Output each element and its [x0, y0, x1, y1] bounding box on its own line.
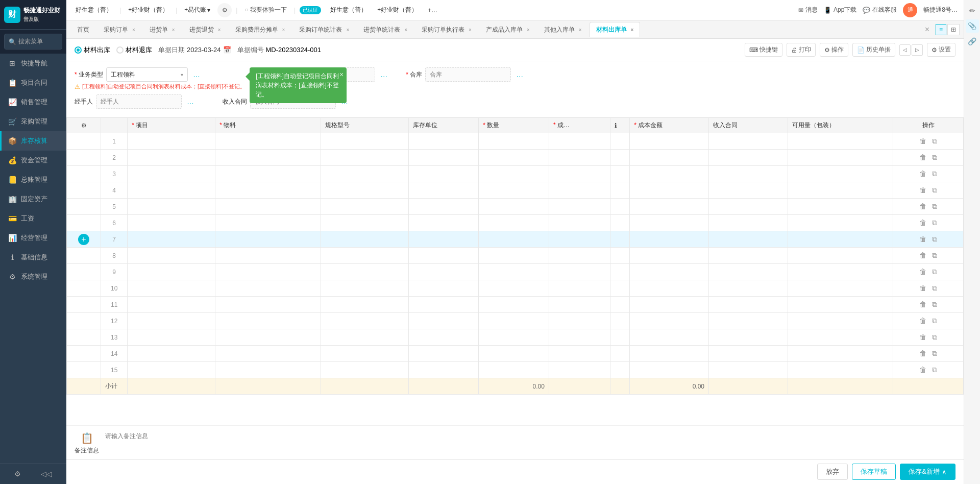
delete-row-button[interactable]: 🗑	[917, 332, 928, 342]
copy-row-button[interactable]: ⧉	[930, 168, 939, 179]
grid-view-button[interactable]: ⊞	[947, 24, 960, 35]
print-button[interactable]: 🖨 打印	[787, 43, 816, 57]
tab-purchase-expense[interactable]: 采购费用分摊单 ×	[229, 22, 292, 37]
save-draft-button[interactable]: 保存草稿	[852, 464, 896, 480]
search-menu-button[interactable]: 🔍 搜索菜单	[4, 34, 62, 50]
copy-row-button[interactable]: ⧉	[930, 348, 939, 358]
input-project[interactable]	[132, 236, 211, 243]
right-icon-edit[interactable]: ✏	[966, 4, 979, 17]
copy-row-button[interactable]: ⧉	[930, 316, 939, 326]
save-new-button[interactable]: 保存&新增 ∧	[900, 464, 955, 480]
tab-close-purchase-receipt[interactable]: ×	[172, 27, 175, 33]
sidebar-item-system[interactable]: ⚙ 系统管理	[0, 267, 66, 286]
topbar-experience[interactable]: ○ 我要体验一下	[241, 4, 290, 16]
copy-row-button[interactable]: ⧉	[930, 283, 939, 293]
topbar-good-wealth2[interactable]: +好业财（普）	[374, 4, 421, 16]
copy-row-button[interactable]: ⧉	[930, 299, 939, 309]
app-download-button[interactable]: 📱 App下载	[824, 6, 856, 14]
sidebar-item-sales[interactable]: 📈 销售管理	[0, 92, 66, 112]
tab-close-material-issue[interactable]: ×	[631, 27, 634, 33]
copy-row-button[interactable]: ⧉	[930, 217, 939, 228]
user-name[interactable]: 畅捷通8号…	[923, 6, 958, 14]
tab-close-other-receipt[interactable]: ×	[579, 27, 582, 33]
cell-cost-amount[interactable]	[630, 231, 709, 248]
sidebar-item-inventory[interactable]: 📦 库存核算	[0, 131, 66, 151]
right-icon-link[interactable]: 🔗	[966, 35, 979, 48]
warehouse-more-icon[interactable]: …	[516, 70, 523, 79]
delete-row-button[interactable]: 🗑	[917, 234, 928, 244]
online-service-button[interactable]: 💬 在线客服	[863, 6, 897, 14]
next-record-button[interactable]: ▷	[912, 44, 923, 56]
cell-income-contract[interactable]	[709, 231, 788, 248]
sidebar-item-purchase[interactable]: 🛒 采购管理	[0, 112, 66, 131]
sidebar-item-fixed-assets[interactable]: 🏢 固定资产	[0, 189, 66, 209]
delete-row-button[interactable]: 🗑	[917, 152, 928, 162]
business-type-select[interactable]: 工程领料 ▾	[106, 67, 188, 82]
page-settings-button[interactable]: ⚙ 设置	[927, 43, 955, 57]
tab-close-purchase-execution[interactable]: ×	[469, 27, 472, 33]
cell-cost-info[interactable]	[610, 231, 630, 248]
delete-row-button[interactable]: 🗑	[917, 267, 928, 277]
business-type-more-icon[interactable]: …	[193, 70, 200, 79]
notes-input[interactable]	[105, 430, 955, 450]
tab-finished-goods[interactable]: 产成品入库单 ×	[479, 22, 536, 37]
tab-close-purchase-order-stats[interactable]: ×	[346, 27, 349, 33]
tab-purchase-order[interactable]: 采购订单 ×	[97, 22, 142, 37]
shortcut-button[interactable]: ⌨ 快捷键	[745, 43, 782, 57]
sidebar-item-finance[interactable]: 💰 资金管理	[0, 151, 66, 170]
close-all-tabs-button[interactable]: ×	[923, 25, 932, 34]
sidebar-item-salary[interactable]: 💳 工资	[0, 209, 66, 228]
delete-row-button[interactable]: 🗑	[917, 283, 928, 293]
tab-purchase-execution[interactable]: 采购订单执行表 ×	[415, 22, 478, 37]
tab-material-issue[interactable]: 材料出库单 ×	[590, 22, 641, 37]
input-material[interactable]	[219, 236, 316, 243]
calendar-icon[interactable]: 📅	[223, 46, 231, 54]
copy-row-button[interactable]: ⧉	[930, 332, 939, 342]
topbar-good-business[interactable]: 好生意（普）	[72, 4, 115, 16]
delete-row-button[interactable]: 🗑	[917, 316, 928, 326]
message-button[interactable]: ✉ 消息	[798, 6, 818, 14]
right-icon-attachment[interactable]: 📎	[966, 19, 979, 33]
handler-more-icon[interactable]: …	[187, 98, 194, 106]
tab-receipt-stats[interactable]: 进货单统计表 ×	[357, 22, 414, 37]
tab-other-receipt[interactable]: 其他入库单 ×	[537, 22, 589, 37]
delete-row-button[interactable]: 🗑	[917, 168, 928, 179]
add-row-button[interactable]: +	[78, 234, 89, 245]
user-avatar[interactable]: 通	[903, 3, 917, 17]
delete-row-button[interactable]: 🗑	[917, 185, 928, 195]
handler-input[interactable]	[96, 94, 182, 109]
cell-material[interactable]	[215, 231, 321, 248]
tab-close-receipt-stats[interactable]: ×	[404, 27, 407, 33]
sidebar-item-operations[interactable]: 📊 经营管理	[0, 228, 66, 248]
sidebar-item-project-contract[interactable]: 📋 项目合同	[0, 73, 66, 92]
delete-row-button[interactable]: 🗑	[917, 348, 928, 358]
operation-button[interactable]: ⚙ 操作	[820, 43, 848, 57]
copy-row-button[interactable]: ⧉	[930, 234, 939, 244]
copy-row-button[interactable]: ⧉	[930, 136, 939, 146]
copy-row-button[interactable]: ⧉	[930, 250, 939, 260]
cell-spec[interactable]	[321, 231, 408, 248]
list-view-button[interactable]: ≡	[936, 24, 946, 35]
copy-row-button[interactable]: ⧉	[930, 201, 939, 211]
delete-row-button[interactable]: 🗑	[917, 136, 928, 146]
col-cost-info-header[interactable]: ℹ	[610, 118, 630, 133]
discard-button[interactable]: 放弃	[817, 464, 848, 480]
cell-qty[interactable]	[479, 231, 549, 248]
topbar-good-business2[interactable]: 好生意（普）	[327, 4, 370, 16]
tooltip-close-button[interactable]: ×	[339, 69, 344, 80]
tab-close-purchase-order[interactable]: ×	[132, 27, 135, 33]
cell-project[interactable]	[128, 231, 215, 248]
project-more-icon[interactable]: …	[380, 70, 387, 79]
delete-row-button[interactable]: 🗑	[917, 365, 928, 375]
copy-row-button[interactable]: ⧉	[930, 152, 939, 162]
radio-material-issue[interactable]: 材料出库	[75, 45, 110, 55]
topbar-more[interactable]: +…	[425, 5, 440, 16]
radio-material-return[interactable]: 材料退库	[116, 45, 152, 55]
copy-row-button[interactable]: ⧉	[930, 267, 939, 277]
delete-row-button[interactable]: 🗑	[917, 250, 928, 260]
prev-record-button[interactable]: ◁	[899, 44, 911, 56]
settings-icon[interactable]: ⚙	[12, 468, 23, 480]
cell-cost[interactable]	[549, 231, 610, 248]
sidebar-item-ledger[interactable]: 📒 总账管理	[0, 170, 66, 189]
cell-available[interactable]	[788, 231, 893, 248]
